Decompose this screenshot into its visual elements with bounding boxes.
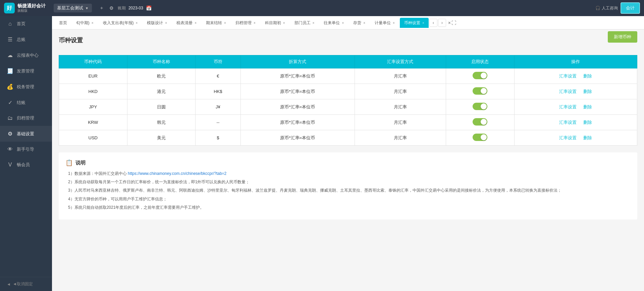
table-row: EUR 欧元 € 原币*汇率=本位币 月汇率 汇率设置 删除: [59, 68, 637, 84]
tab-budget[interactable]: €(中期) ×: [72, 18, 98, 28]
cell-status-4: [446, 130, 515, 146]
rate-settings-link-1[interactable]: 汇率设置: [559, 89, 577, 94]
period-value: 2023-03: [128, 6, 143, 10]
guide-icon: 👁: [7, 146, 13, 152]
tab-close-tax-clear[interactable]: ×: [195, 21, 197, 25]
notes-title-text: 说明: [75, 160, 86, 166]
col-header-code: 币种代码: [59, 55, 127, 68]
tab-expand-btn[interactable]: ⛶: [451, 20, 456, 26]
tab-close-template[interactable]: ×: [165, 21, 167, 25]
note-item-3: 4）无官方牌价的币种，可以用用户手工维护汇率信息；: [68, 196, 631, 202]
tab-close-contacts[interactable]: ×: [342, 21, 344, 25]
cell-symbol-3: --: [196, 115, 241, 130]
toggle-track-0[interactable]: [473, 72, 487, 79]
tab-close-units[interactable]: ×: [393, 21, 395, 25]
tab-template[interactable]: 模版设计 ×: [143, 18, 171, 28]
tab-close-income-report[interactable]: ×: [136, 21, 138, 25]
cell-calc-0: 原币*汇率=本位币: [240, 68, 355, 84]
toggle-track-2[interactable]: [473, 103, 487, 110]
logo-sub: 旗舰版: [17, 8, 46, 13]
toggle-track-4[interactable]: [473, 134, 487, 141]
table-row: USD 美元 $ 原币*汇率=本位币 月汇率 汇率设置 删除: [59, 130, 637, 146]
tab-archive-mgmt[interactable]: 归档管理 ×: [231, 18, 260, 28]
sidebar-item-home[interactable]: ⌂ 首页: [0, 16, 52, 32]
sidebar-item-guide[interactable]: 👁 新手引导: [0, 142, 52, 157]
rate-settings-link-0[interactable]: 汇率设置: [559, 74, 577, 79]
tab-period-end[interactable]: 期末结转 ×: [202, 18, 230, 28]
sidebar-item-invoice[interactable]: 🧾 发票管理: [0, 63, 52, 79]
calendar-icon[interactable]: 📅: [146, 5, 152, 11]
tab-close-budget[interactable]: ×: [92, 21, 94, 25]
cell-code-0: EUR: [59, 68, 127, 84]
tab-label-period-end: 期末结转: [206, 20, 222, 26]
app-container: 好 畅捷通好会计 旗舰版 基层工会测试 ▼ ＋ ⚙ 账期 2023-03 📅 🎧…: [0, 0, 644, 291]
rate-settings-link-4[interactable]: 汇率设置: [559, 135, 577, 140]
delete-link-4[interactable]: 删除: [583, 135, 592, 140]
tab-close-archive-mgmt[interactable]: ×: [254, 21, 256, 25]
delete-link-2[interactable]: 删除: [583, 104, 592, 109]
cell-calc-1: 原币*汇率=本位币: [240, 84, 355, 99]
sidebar-item-archive[interactable]: 🗂 归档管理: [0, 110, 52, 126]
project-selector[interactable]: 基层工会测试 ▼: [54, 4, 92, 12]
new-currency-button[interactable]: 新增币种: [608, 31, 637, 43]
tab-contacts[interactable]: 往来单位 ×: [319, 18, 348, 28]
rate-settings-link-2[interactable]: 汇率设置: [559, 104, 577, 109]
sidebar-item-settle[interactable]: ✓ 结账: [0, 95, 52, 110]
cell-actions-0: 汇率设置 删除: [514, 68, 637, 84]
tab-label-dept: 部门员工: [294, 20, 311, 26]
cell-actions-4: 汇率设置 删除: [514, 130, 637, 146]
delete-link-0[interactable]: 删除: [583, 74, 592, 79]
top-bar-actions: ＋ ⚙: [98, 4, 115, 12]
toggle-1[interactable]: [473, 87, 487, 95]
toggle-2[interactable]: [473, 103, 487, 110]
add-icon[interactable]: ＋: [98, 4, 105, 12]
tab-tax-clear[interactable]: 税表清册 ×: [172, 18, 201, 28]
toggle-track-3[interactable]: [473, 118, 487, 126]
sidebar-item-ledger[interactable]: ☰ 总账: [0, 32, 52, 47]
tab-income-report[interactable]: 收入支出表(年报) ×: [99, 18, 142, 28]
tab-close-inventory[interactable]: ×: [363, 21, 365, 25]
sidebar-label-settings: 基础设置: [17, 131, 34, 137]
cell-name-3: 韩元: [127, 115, 196, 130]
tab-home[interactable]: 首页: [55, 18, 71, 28]
sidebar-collapse-btn[interactable]: ◄ ◄取消固定: [0, 277, 52, 291]
toggle-3[interactable]: [473, 118, 487, 126]
tab-close-dept[interactable]: ×: [313, 21, 315, 25]
cell-rate-0: 月汇率: [355, 68, 446, 84]
tab-close-period-end[interactable]: ×: [224, 21, 226, 25]
account-button[interactable]: 会计: [621, 2, 640, 14]
notes-list: 1）数据来源：中国外汇交易中心 https://www.chinamoney.c…: [65, 171, 631, 211]
tab-prev-btn[interactable]: ‹: [429, 19, 437, 27]
tab-currency[interactable]: 币种设置 ×: [400, 18, 429, 28]
tab-subjects[interactable]: 科目期初 ×: [261, 18, 289, 28]
cell-symbol-0: €: [196, 68, 241, 84]
sidebar-item-member[interactable]: V 畅会员: [0, 157, 52, 173]
sidebar-item-settings[interactable]: ⚙ 基础设置: [0, 126, 52, 142]
cell-status-2: [446, 99, 515, 115]
tab-close-subjects[interactable]: ×: [283, 21, 285, 25]
tab-inventory[interactable]: 存货 ×: [349, 18, 370, 28]
delete-link-3[interactable]: 删除: [583, 120, 592, 125]
delete-link-1[interactable]: 删除: [583, 89, 592, 94]
tab-close-currency[interactable]: ×: [422, 21, 424, 25]
tab-close-all-btn[interactable]: ×: [448, 20, 451, 26]
tab-label-inventory: 存货: [353, 20, 361, 26]
help-button[interactable]: 🎧 人工咨询: [595, 5, 618, 11]
notes-link[interactable]: https://www.chinamoney.com.cn/chinese/bk…: [128, 171, 226, 176]
tab-dept[interactable]: 部门员工 ×: [290, 18, 319, 28]
cell-name-0: 欧元: [127, 68, 196, 84]
sidebar-item-reports[interactable]: ☁ 云报表中心: [0, 47, 52, 63]
tab-next-btn[interactable]: ›: [438, 19, 446, 27]
cell-name-2: 日圆: [127, 99, 196, 115]
table-row: KRW 韩元 -- 原币*汇率=本位币 月汇率 汇率设置 删除: [59, 115, 637, 130]
tab-units[interactable]: 计量单位 ×: [370, 18, 399, 28]
toggle-0[interactable]: [473, 72, 487, 79]
settings-icon[interactable]: ⚙: [108, 4, 115, 12]
sidebar-item-tax[interactable]: 💰 税务管理: [0, 79, 52, 95]
toggle-track-1[interactable]: [473, 87, 487, 95]
toggle-4[interactable]: [473, 134, 487, 141]
cell-rate-3: 月汇率: [355, 115, 446, 130]
col-header-rate-method: 汇率设置方式: [355, 55, 446, 68]
rate-settings-link-3[interactable]: 汇率设置: [559, 120, 577, 125]
period-label: 账期: [118, 5, 126, 11]
